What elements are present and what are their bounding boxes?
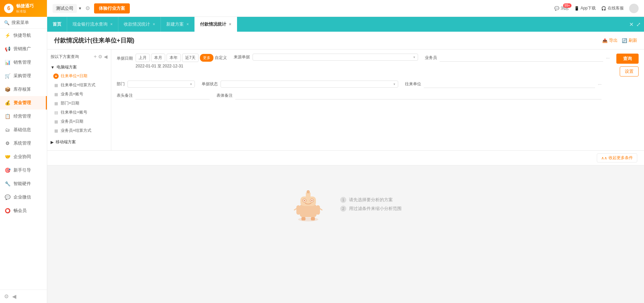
note-header-input[interactable] — [136, 91, 210, 99]
plan-label-2: 业务员+账号 — [61, 91, 83, 97]
sidebar-item-finance[interactable]: 💰 资金管理 — [0, 96, 47, 110]
sidebar-item-inventory[interactable]: 📦 库存核算 — [0, 83, 47, 96]
plan-label-6: 业务员+结算方式 — [61, 128, 91, 133]
sidebar-item-quick-nav[interactable]: ⚡ 快捷导航 — [0, 29, 47, 42]
sidebar-item-enterprise[interactable]: 🤝 企业协同 — [0, 150, 47, 163]
pc-section-header[interactable]: ▼ 电脑端方案 — [51, 63, 108, 71]
date-btn-last-month[interactable]: 上月 — [136, 54, 150, 62]
basic-icon: 🗂 — [4, 126, 11, 133]
staff-field-group: 业务员 ··· — [425, 54, 610, 62]
note-body-input[interactable] — [235, 91, 602, 99]
mobile-section-header[interactable]: ▶ 移动端方案 — [51, 138, 108, 146]
plan-item-staff-settlement[interactable]: ▦ 业务员+结算方式 — [51, 126, 108, 135]
svg-line-14 — [320, 209, 322, 210]
tab-payment-close-icon[interactable]: × — [229, 22, 231, 27]
sidebar-collapse-btn[interactable]: ◀ — [12, 293, 16, 300]
chevron-right-icon: ▶ — [51, 140, 54, 145]
svg-point-12 — [307, 190, 310, 193]
messages-badge: 99+ — [563, 3, 572, 8]
finance-label: 资金管理 — [13, 100, 31, 106]
operations-icon: 📋 — [4, 113, 11, 120]
sidebar-item-sales[interactable]: 📊 销售管理 — [0, 56, 47, 69]
sidebar-item-hardware[interactable]: 🔧 智能硬件 — [0, 177, 47, 190]
plan-item-counterpart-settlement[interactable]: ▦ 往来单位+结算方式 — [51, 81, 108, 90]
tip-text-2: 用过滤条件来缩小分析范围 — [349, 206, 402, 212]
tab-bank-close-icon[interactable]: × — [110, 22, 113, 27]
dept-select[interactable]: ▾ — [127, 81, 195, 88]
date-btn-7days[interactable]: 近7天 — [182, 54, 199, 62]
search-menu[interactable]: 🔍 搜索菜单 — [0, 17, 47, 29]
date-btn-this-year[interactable]: 本年 — [167, 54, 181, 62]
query-btn[interactable]: 查询 — [616, 54, 639, 64]
plan-grid-icon-5: ▦ — [53, 119, 59, 124]
sidebar-item-system[interactable]: ⚙ 系统管理 — [0, 137, 47, 150]
sidebar-item-basic[interactable]: 🗂 基础信息 — [0, 123, 47, 137]
sidebar-item-operations[interactable]: 📋 经营管理 — [0, 110, 47, 123]
tab-home[interactable]: 首页 — [47, 17, 67, 32]
headset-icon: 🎧 — [601, 6, 606, 11]
plan-label-4: 往来单位+账号 — [61, 110, 87, 115]
messages-btn[interactable]: 💬 消息 99+ — [554, 5, 569, 11]
user-avatar[interactable] — [629, 4, 639, 13]
hardware-label: 智能硬件 — [13, 181, 31, 187]
status-select[interactable]: ▾ — [221, 81, 398, 88]
company-dropdown-icon: ▾ — [79, 6, 81, 11]
online-service-btn[interactable]: 🎧 在线客服 — [601, 5, 624, 11]
export-icon: 📤 — [602, 38, 608, 43]
plan-item-counterpart-account[interactable]: ▤ 往来单位+账号 — [51, 108, 108, 117]
sidebar-settings-btn[interactable]: ⚙ — [4, 293, 9, 300]
settings-plan-icon[interactable]: ⚙ — [98, 54, 103, 59]
refresh-btn[interactable]: 🔄 刷新 — [622, 37, 637, 43]
tab-payment[interactable]: 付款情况统计 × — [195, 17, 237, 32]
tab-new-close-icon[interactable]: × — [186, 22, 189, 27]
plan-item-staff-date[interactable]: ▦ 业务员+日期 — [51, 117, 108, 126]
counterpart-input[interactable] — [424, 80, 595, 88]
plan-item-counterpart-date[interactable]: ● 往来单位+日期 — [51, 71, 108, 81]
sidebar-item-marketing[interactable]: 📢 营销推广 — [0, 42, 47, 56]
sidebar-item-purchase[interactable]: 🛒 采购管理 — [0, 69, 47, 83]
tabbar-expand-icon[interactable]: ⤢ — [636, 21, 641, 28]
dept-field-group: 部门 ▾ — [117, 81, 195, 88]
sidebar-item-wechat[interactable]: 💬 企业微信 — [0, 190, 47, 204]
tab-receipt[interactable]: 收款情况统计 × — [118, 17, 161, 32]
sidebar-item-member[interactable]: ⭕ 畅会员 — [0, 204, 47, 217]
plan-grid-icon-3: ▦ — [53, 101, 59, 106]
plan-item-staff-account[interactable]: ▦ 业务员+账号 — [51, 90, 108, 99]
svg-point-10 — [311, 200, 313, 202]
date-btn-this-month[interactable]: 本月 — [151, 54, 165, 62]
hardware-icon: 🔧 — [4, 180, 11, 187]
dept-dropdown-icon: ▾ — [190, 82, 192, 86]
collapse-conditions-btn[interactable]: ∧∧ 收起更多条件 — [597, 153, 637, 162]
main-area: 测试公司 ▾ ⚙ 体验行业方案 💬 消息 99+ 📱 App下载 🎧 在线客服 … — [47, 0, 644, 303]
marketing-label: 营销推广 — [13, 46, 31, 52]
inventory-label: 库存核算 — [13, 86, 31, 92]
settings-filter-btn[interactable]: 设置 — [620, 66, 639, 77]
sidebar-item-guide[interactable]: 🎯 新手引导 — [0, 163, 47, 177]
export-label: 导出 — [609, 37, 618, 43]
source-select[interactable]: ▾ — [253, 54, 418, 61]
app-download-btn[interactable]: 📱 App下载 — [574, 5, 596, 11]
tab-bank[interactable]: 现金银行流水查询 × — [67, 17, 118, 32]
plan-item-dept-date[interactable]: ▦ 部门+日期 — [51, 99, 108, 108]
tabbar-close-all-icon[interactable]: ✕ — [629, 21, 634, 28]
filter-collapse-row: ∧∧ 收起更多条件 — [47, 151, 644, 165]
trial-btn[interactable]: 体验行业方案 — [94, 3, 130, 13]
date-btn-more[interactable]: 更多 — [200, 54, 213, 62]
export-btn[interactable]: 📤 导出 — [602, 37, 618, 43]
wechat-label: 企业微信 — [13, 194, 31, 200]
tab-receipt-close-icon[interactable]: × — [153, 22, 155, 27]
company-selector[interactable]: 测试公司 ▾ — [53, 4, 81, 13]
counterpart-dots-icon[interactable]: ··· — [598, 82, 602, 87]
member-label: 畅会员 — [13, 208, 27, 214]
staff-input[interactable] — [440, 54, 603, 62]
collapse-plan-icon[interactable]: ◀ — [104, 54, 108, 59]
staff-label: 业务员 — [425, 55, 437, 61]
tab-new[interactable]: 新建方案 × — [161, 17, 195, 32]
staff-dots-icon[interactable]: ··· — [606, 55, 610, 60]
action-btns: 查询 设置 — [616, 54, 639, 77]
plan-label-1: 往来单位+结算方式 — [61, 82, 95, 88]
topbar-settings-icon[interactable]: ⚙ — [85, 5, 90, 11]
app-logo: 6 畅捷通巧 标准版 — [0, 0, 47, 17]
guide-label: 新手引导 — [13, 167, 31, 173]
add-plan-icon[interactable]: + — [94, 54, 97, 60]
